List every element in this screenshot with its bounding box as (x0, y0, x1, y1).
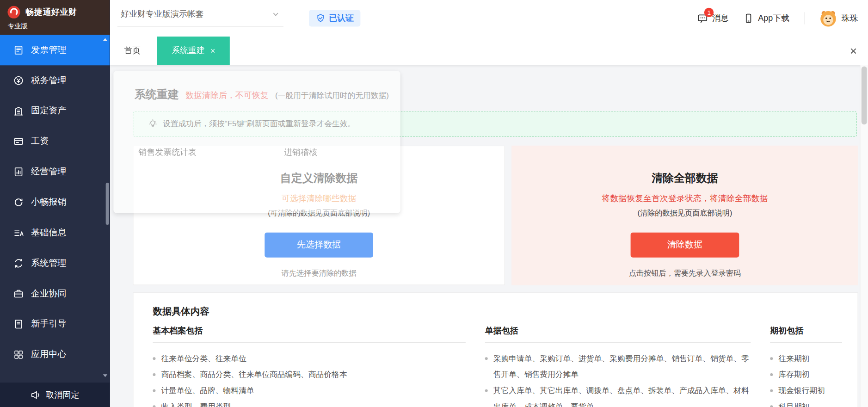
details-columns: 基本档案包括 往来单位分类、往来单位 商品档案、商品分类、往来单位商品编码、商品… (153, 326, 857, 407)
shield-icon (315, 13, 326, 24)
tax-icon (13, 75, 24, 86)
user-avatar (819, 9, 838, 28)
app-center-icon (13, 349, 24, 360)
list-item: 收入类型、费用类型 (153, 399, 465, 407)
sidebar-item-salary[interactable]: 工资 (0, 126, 110, 157)
business-icon (13, 166, 24, 177)
sidebar-item-label: 应用中心 (31, 349, 67, 360)
bullet-icon (770, 405, 773, 407)
tab-close-icon[interactable]: × (210, 46, 215, 55)
list-item: 其它入库单、其它出库单、调拨单、盘点单、拆装单、产成品入库单、材料出库单、成本调… (485, 382, 751, 407)
tip-text: 设置成功后，须按“F5键”刷新页面或重新登录才会生效。 (163, 119, 355, 129)
sidebar-item-fixed-assets[interactable]: 固定资产 (0, 96, 110, 126)
account-set-value: 好业财专业版演示帐套 (121, 9, 204, 19)
sidebar-item-tax[interactable]: 税务管理 (0, 65, 110, 96)
brand-edition: 专业版 (8, 22, 103, 31)
salary-icon (13, 136, 24, 147)
bullet-icon (770, 373, 773, 376)
brand-name: 畅捷通好业财 (25, 7, 77, 18)
messages-button[interactable]: 1 消息 (697, 13, 729, 24)
custom-clear-title: 自定义清除数据 (134, 171, 505, 185)
sidebar-item-reimburse[interactable]: 小畅报销 (0, 187, 110, 218)
sidebar-scroll-up-icon[interactable] (103, 38, 108, 41)
tabbar: 首页 系统重建 × × (110, 37, 868, 65)
unpin-icon (31, 389, 41, 400)
app-root: 畅捷通好业财 专业版 发票管理 税务管理 固定资产 工资 (0, 0, 868, 407)
collaboration-icon (13, 289, 24, 299)
sidebar-item-base-info[interactable]: 基础信息 (0, 217, 110, 248)
account-set-select[interactable]: 好业财专业版演示帐套 (117, 9, 283, 26)
bullet-icon (153, 389, 155, 392)
bullet-icon (770, 357, 773, 360)
custom-clear-note: (可清除的数据见页面底部说明) (134, 208, 505, 218)
topbar-actions: 1 消息 App下载 珠珠 (697, 0, 858, 37)
page-title: 系统重建 (135, 87, 179, 102)
list-item: 计量单位、品牌、物料清单 (153, 382, 465, 399)
guide-icon (13, 319, 24, 330)
bullet-icon (153, 357, 155, 360)
custom-clear-hint: 请先选择要清除的数据 (134, 269, 505, 279)
unpin-label: 取消固定 (46, 389, 79, 400)
clear-all-hint: 点击按钮后，需要先录入登录密码 (512, 269, 857, 279)
reimburse-icon (13, 197, 24, 208)
invoice-icon (13, 45, 24, 56)
clear-all-note: (清除的数据见页面底部说明) (512, 208, 857, 218)
column-heading: 单据包括 (485, 326, 751, 343)
sidebar-item-guide[interactable]: 新手引导 (0, 309, 110, 339)
verified-label: 已认证 (329, 13, 354, 24)
column-heading: 期初包括 (770, 326, 842, 343)
warning-note: (一般用于清除试用时的无用数据) (275, 91, 389, 101)
close-tab-area-icon[interactable]: × (850, 37, 857, 65)
app-download-button[interactable]: App下载 (743, 13, 789, 24)
tab-system-rebuild[interactable]: 系统重建 × (157, 37, 230, 65)
custom-clear-card: 自定义清除数据 可选择清除哪些数据 (可清除的数据见页面底部说明) 先选择数据 … (133, 146, 505, 285)
app-download-label: App下载 (758, 13, 789, 24)
user-name: 珠珠 (842, 13, 858, 24)
tab-label: 系统重建 (172, 45, 205, 56)
sidebar-item-label: 工资 (31, 136, 49, 147)
clear-data-button[interactable]: 清除数据 (631, 233, 739, 258)
clear-all-title: 清除全部数据 (512, 171, 857, 185)
details-column-archives: 基本档案包括 往来单位分类、往来单位 商品档案、商品分类、往来单位商品编码、商品… (153, 326, 465, 407)
bullet-icon (153, 405, 155, 407)
list-item: 科目期初 (770, 399, 842, 407)
bullet-icon (485, 357, 488, 360)
page-scrollbar[interactable] (860, 65, 868, 407)
sidebar-item-app-center[interactable]: 应用中心 (0, 339, 110, 370)
select-data-button[interactable]: 先选择数据 (265, 233, 373, 258)
chevron-down-icon (271, 10, 280, 18)
sidebar: 畅捷通好业财 专业版 发票管理 税务管理 固定资产 工资 (0, 0, 110, 407)
tab-home[interactable]: 首页 (110, 37, 155, 65)
sidebar-item-label: 小畅报销 (31, 197, 67, 208)
bullet-icon (770, 389, 773, 392)
sidebar-item-business[interactable]: 经营管理 (0, 157, 110, 187)
user-menu[interactable]: 珠珠 (819, 9, 858, 28)
page-heading: 系统重建 数据清除后，不可恢复 (一般用于清除试用时的无用数据) (135, 87, 389, 102)
details-card: 数据具体内容 基本档案包括 往来单位分类、往来单位 商品档案、商品分类、往来单位… (133, 292, 858, 407)
list-item: 采购申请单、采购订单、进货单、采购费用分摊单、销售订单、销货单、零售开单、销售费… (485, 351, 751, 382)
sidebar-item-collaboration[interactable]: 企业协同 (0, 278, 110, 309)
list-item: 往来期初 (770, 351, 842, 367)
tip-banner: 设置成功后，须按“F5键”刷新页面或重新登录才会生效。 (133, 111, 857, 137)
sidebar-scroll-down-icon[interactable] (103, 374, 108, 377)
lightbulb-icon (148, 119, 158, 129)
bullet-icon (153, 373, 155, 376)
sidebar-scrollbar-thumb[interactable] (106, 183, 109, 225)
warning-text: 数据清除后，不可恢复 (185, 90, 269, 101)
sidebar-item-invoice[interactable]: 发票管理 (0, 35, 110, 65)
sidebar-item-label: 经营管理 (31, 166, 67, 178)
unpin-button[interactable]: 取消固定 (0, 382, 110, 407)
sidebar-item-label: 系统管理 (31, 258, 67, 269)
details-column-documents: 单据包括 采购申请单、采购订单、进货单、采购费用分摊单、销售订单、销货单、零售开… (485, 326, 751, 407)
main-content: 系统重建 数据清除后，不可恢复 (一般用于清除试用时的无用数据) 设置成功后，须… (110, 65, 868, 407)
clear-all-subtitle: 将数据恢复至首次登录状态，将清除全部数据 (512, 193, 857, 204)
list-item: 现金银行期初 (770, 382, 842, 399)
sidebar-item-system[interactable]: 系统管理 (0, 248, 110, 278)
list-item: 往来单位分类、往来单位 (153, 351, 465, 367)
sidebar-item-label: 发票管理 (31, 44, 67, 56)
sidebar-menu: 发票管理 税务管理 固定资产 工资 经营管理 小畅报销 (0, 35, 110, 370)
brand: 畅捷通好业财 专业版 (0, 0, 110, 35)
page-scrollbar-thumb[interactable] (862, 67, 867, 125)
list-item: 商品档案、商品分类、往来单位商品编码、商品价格本 (153, 367, 465, 383)
asset-icon (13, 106, 24, 117)
